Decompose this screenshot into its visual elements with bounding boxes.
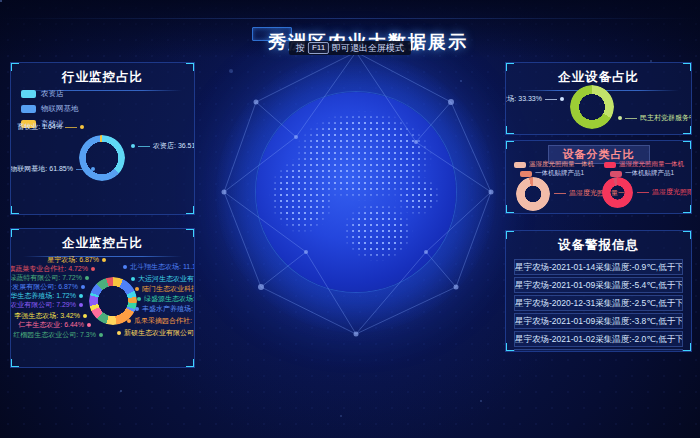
alarm-row: 星宇农场-2021-01-14采集温度:-0.9℃,低于下限:0℃ <box>514 259 683 275</box>
callout-label: 星宇农场: 33.33% <box>505 95 564 103</box>
panel-title-alarms: 设备警报信息 <box>506 237 691 254</box>
callout-label: 大运河生态农业有限责任公 <box>131 275 195 283</box>
callout-label: 瓜果采摘园合作社: 15.02% <box>127 317 195 325</box>
alarm-row: 星宇农场-2021-01-02采集温度:-2.0℃,低于下限:0℃ <box>514 331 683 347</box>
panel-enterprise-share: 企业监控占比 星宇农场: 6.87%红旗蔬菜专业合作社: 4.72%家绿蔬特有限… <box>10 228 195 368</box>
callout-label: 畜牧业: 1.64% <box>17 123 84 131</box>
device-class-left-donut[interactable] <box>516 177 550 211</box>
callout-dot <box>131 144 135 148</box>
legend-label: 农资店 <box>41 89 64 99</box>
callout-text: 陆门生态农业科技有限公 <box>142 285 195 293</box>
callout-label: 北斗翔生态农场: 11.16% <box>123 263 195 271</box>
callout-dot <box>80 125 84 129</box>
callout-text: 瓜果采摘园合作社: 15.02% <box>134 317 195 325</box>
hint-prefix: 按 <box>296 43 305 53</box>
callout-dot <box>137 297 141 301</box>
legend-item[interactable]: 温湿度光照雨量一体机 <box>514 160 594 169</box>
callout-label: 丰盛水产养殖场: 1. <box>135 305 195 313</box>
leader-line <box>637 192 649 193</box>
alarm-row: 星宇农场-2020-12-31采集温度:-2.5℃,低于下限:0℃ <box>514 295 683 311</box>
leader-line <box>65 127 77 128</box>
alarm-list: 星宇农场-2021-01-14采集温度:-0.9℃,低于下限:0℃星宇农场-20… <box>506 259 691 352</box>
legend-swatch <box>520 171 532 177</box>
f11-key-badge: F11 <box>308 42 329 54</box>
panel-title-device-share: 企业设备占比 <box>506 69 691 86</box>
callout-dot <box>91 167 95 171</box>
legend-item[interactable]: 物联网基地 <box>21 104 79 114</box>
leader-line <box>545 99 557 100</box>
callout-dot <box>127 319 131 323</box>
dashboard-stage: 秀洲区农业大数据展示 按F11即可退出全屏模式 行业监控占比 农资店物联网基地畜… <box>0 0 700 438</box>
legend-item[interactable]: 温湿度光照雨量一体机 <box>604 160 684 169</box>
legend-swatch <box>604 162 616 168</box>
callout-dot <box>560 97 564 101</box>
callout-dot <box>131 277 135 281</box>
callout-label: 农资店: 36.51% <box>131 142 195 150</box>
callout-label: 新硕生态农业有限公司: 6.87% <box>117 329 195 337</box>
panel-alarms: 设备警报信息 星宇农场-2021-01-14采集温度:-0.9℃,低于下限:0℃… <box>505 230 692 352</box>
hint-suffix: 即可退出全屏模式 <box>332 43 404 53</box>
leader-line <box>138 146 150 147</box>
legend-item[interactable]: 农资店 <box>21 89 79 99</box>
legend-swatch <box>21 105 36 113</box>
callout-label: 温湿度光照雨量一 <box>637 188 692 196</box>
device-class-right-donut[interactable] <box>602 177 633 208</box>
panel-device-share: 企业设备占比 星宇农场: 33.33% 民主村党群服务中心: <box>505 62 692 135</box>
background-particles <box>0 0 2 2</box>
callout-dot <box>618 116 622 120</box>
globe-network-mesh <box>206 42 506 342</box>
legend-swatch <box>514 162 526 168</box>
callout-dot <box>123 265 127 269</box>
enterprise-right-callouts: 北斗翔生态农场: 11.16%大运河生态农业有限责任公陆门生态农业科技有限公绿盛… <box>11 229 194 367</box>
leader-line <box>625 118 637 119</box>
industry-donut-chart[interactable] <box>79 135 125 181</box>
leader-line <box>554 193 566 194</box>
alarm-row: 星宇农场-2021-01-09采集温度:-5.4℃,低于下限:0℃ <box>514 277 683 293</box>
callout-label: 物联网基地: 61.85% <box>10 165 95 173</box>
callout-text: 新硕生态农业有限公司: 6.87% <box>124 329 195 337</box>
callout-label: 民主村党群服务中心: <box>618 114 692 122</box>
panel-title-industry: 行业监控占比 <box>11 69 194 86</box>
header-divider-line <box>0 18 700 19</box>
legend-swatch <box>21 90 36 98</box>
fullscreen-hint: 按F11即可退出全屏模式 <box>289 41 411 55</box>
callout-label: 绿盛源生态农场: 4.29% <box>137 295 195 303</box>
alarm-row: 星宇农场-2021-01-09采集温度:-3.8℃,低于下限:0℃ <box>514 313 683 329</box>
callout-dot <box>117 331 121 335</box>
callout-text: 北斗翔生态农场: 11.16% <box>130 263 195 271</box>
device-share-donut-chart[interactable] <box>570 85 614 129</box>
legend-label: 物联网基地 <box>41 104 79 114</box>
callout-text: 绿盛源生态农场: 4.29% <box>144 295 195 303</box>
panel-industry-share: 行业监控占比 农资店物联网基地畜牧业 畜牧业: 1.64% 农资店: 36.51… <box>10 62 195 215</box>
alarm-row: 星宇农场-2021-01-09采集温度:-0.9℃,低于下限:0℃ <box>514 349 683 352</box>
legend-swatch <box>610 171 622 177</box>
panel-device-class: 设备分类占比 温湿度光照雨量一体机 一体机贴牌产品1 温湿度光照雨量一 温湿度光… <box>505 140 692 214</box>
leader-line <box>76 169 88 170</box>
callout-dot <box>135 287 139 291</box>
callout-dot <box>135 307 139 311</box>
callout-text: 丰盛水产养殖场: 1. <box>142 305 195 313</box>
callout-text: 大运河生态农业有限责任公 <box>138 275 195 283</box>
callout-label: 陆门生态农业科技有限公 <box>135 285 195 293</box>
